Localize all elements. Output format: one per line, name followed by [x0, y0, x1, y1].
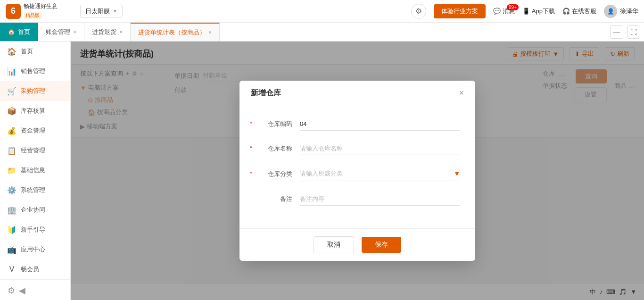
sidebar-item-enterprise[interactable]: 🏢 企业协同 [0, 200, 70, 220]
logo-area: 6 畅捷通好生意 精品版 [6, 3, 76, 19]
chevron-down-icon: ▼ [454, 170, 460, 177]
header-icons: ⚙ 体验行业方案 💬 消息 99+ 📱 App下载 🎧 在线客服 👤 徐泽华 [411, 4, 638, 19]
sidebar-expand-button[interactable]: ◀ [19, 285, 25, 296]
tab-minimize-button[interactable]: — [610, 25, 623, 39]
sidebar-label-system: 系统管理 [21, 186, 45, 194]
basic-info-icon: 📁 [8, 166, 16, 175]
code-input[interactable] [300, 117, 460, 131]
chevron-down-icon: ▼ [113, 8, 117, 14]
operations-icon: 📋 [8, 146, 16, 155]
close-icon[interactable]: × [459, 88, 464, 98]
category-placeholder: 请输入所属分类 [300, 169, 343, 178]
remark-label: 备注 [255, 195, 292, 203]
store-selector[interactable]: 日太阳膜 ▼ [80, 5, 123, 18]
header-right: 💬 消息 99+ 📱 App下载 🎧 在线客服 👤 徐泽华 [493, 5, 638, 18]
sidebar-item-basic-info[interactable]: 📁 基础信息 [0, 160, 70, 180]
guide-icon: 🔰 [8, 225, 16, 234]
close-icon[interactable]: × [73, 29, 76, 35]
system-icon: ⚙️ [8, 186, 16, 194]
tabbar: 🏠 首页 账套管理 × 进货退货 × 进货单统计表（按商品） × — ⛶ [0, 23, 644, 42]
sidebar-item-finance[interactable]: 💰 资金管理 [0, 121, 70, 141]
sidebar-item-operations[interactable]: 📋 经营管理 [0, 141, 70, 160]
sidebar-item-purchase[interactable]: 🛒 采购管理 [0, 81, 70, 101]
code-label: 仓库编码 [255, 120, 292, 128]
inventory-icon: 📦 [8, 107, 16, 115]
category-select[interactable]: 请输入所属分类 ▼ [300, 167, 460, 181]
user-avatar-area[interactable]: 👤 徐泽华 [604, 5, 638, 18]
tab-purchase-return[interactable]: 进货退货 × [84, 23, 131, 41]
tab-purchase-stats[interactable]: 进货单统计表（按商品） × [131, 23, 220, 41]
sidebar-label-finance: 资金管理 [21, 126, 45, 135]
cancel-button[interactable]: 取消 [314, 236, 354, 253]
sidebar-label-inventory: 库存核算 [21, 107, 45, 115]
sidebar: 🏠 首页 📊 销售管理 🛒 采购管理 📦 库存核算 💰 资金管理 📋 经营管理 … [0, 42, 71, 300]
sidebar-label-purchase: 采购管理 [21, 87, 45, 95]
content-area: 进货单统计(按商品) 🖨 按模板打印 ▼ ⬇ 导出 ↻ 刷新 [71, 42, 644, 300]
sidebar-item-sales[interactable]: 📊 销售管理 [0, 61, 70, 81]
tab-account-label: 账套管理 [46, 28, 70, 36]
notification-badge: 99+ [507, 4, 519, 10]
form-item-remark: 备注 [255, 192, 460, 206]
home-icon: 🏠 [8, 47, 16, 56]
tab-purchase-return-label: 进货退货 [92, 28, 116, 36]
form-item-name: 仓库名称 [255, 142, 460, 155]
sidebar-item-system[interactable]: ⚙️ 系统管理 [0, 180, 70, 200]
notification-button[interactable]: 💬 消息 99+ [493, 7, 515, 16]
tab-expand-button[interactable]: ⛶ [627, 25, 640, 39]
name-input[interactable] [300, 142, 460, 155]
form-item-code: 仓库编码 [255, 117, 460, 131]
message-icon: 💬 [493, 8, 501, 15]
top-header: 6 畅捷通好生意 精品版 日太阳膜 ▼ ⚙ 体验行业方案 💬 消息 99+ 📱 … [0, 0, 644, 23]
sidebar-item-home[interactable]: 🏠 首页 [0, 42, 70, 61]
sidebar-label-operations: 经营管理 [21, 146, 45, 155]
try-industry-button[interactable]: 体验行业方案 [434, 4, 486, 18]
sidebar-bottom: ⚙ ◀ [0, 279, 70, 300]
tab-home-label: 首页 [18, 28, 30, 36]
sidebar-label-enterprise: 企业协同 [21, 206, 45, 214]
save-button[interactable]: 保存 [362, 237, 401, 253]
enterprise-icon: 🏢 [8, 206, 16, 214]
tab-account-management[interactable]: 账套管理 × [38, 23, 84, 41]
modal-overlay: 新增仓库 × 仓库编码 仓库名称 仓库分类 [71, 42, 644, 300]
tab-home[interactable]: 🏠 首页 [0, 23, 38, 41]
purchase-icon: 🛒 [8, 87, 16, 95]
sidebar-label-home: 首页 [21, 47, 33, 56]
sidebar-item-vip[interactable]: V 畅会员 [0, 259, 70, 279]
modal-header: 新增仓库 × [239, 81, 475, 106]
app-download-button[interactable]: 📱 App下载 [522, 7, 555, 16]
mobile-icon: 📱 [522, 8, 530, 15]
online-service-button[interactable]: 🎧 在线客服 [562, 7, 596, 16]
sidebar-label-basic-info: 基础信息 [21, 166, 45, 175]
logo-text: 畅捷通好生意 [24, 3, 58, 10]
close-icon[interactable]: × [208, 29, 212, 36]
modal-new-warehouse: 新增仓库 × 仓库编码 仓库名称 仓库分类 [239, 81, 475, 261]
finance-icon: 💰 [8, 126, 16, 135]
apps-icon: 📺 [8, 245, 16, 254]
sidebar-settings-button[interactable]: ⚙ [8, 285, 15, 296]
store-name: 日太阳膜 [85, 7, 110, 16]
sidebar-label-apps: 应用中心 [21, 245, 45, 254]
sidebar-label-vip: 畅会员 [21, 265, 39, 274]
remark-input[interactable] [300, 192, 460, 206]
category-label: 仓库分类 [255, 170, 292, 178]
sidebar-item-inventory[interactable]: 📦 库存核算 [0, 101, 70, 121]
sidebar-item-guide[interactable]: 🔰 新手引导 [0, 220, 70, 240]
sidebar-label-sales: 销售管理 [21, 67, 45, 75]
form-item-category: 仓库分类 请输入所属分类 ▼ [255, 167, 460, 181]
modal-footer: 取消 保存 [239, 228, 475, 261]
modal-title: 新增仓库 [251, 88, 281, 98]
sidebar-item-apps[interactable]: 📺 应用中心 [0, 240, 70, 259]
name-label: 仓库名称 [255, 144, 292, 153]
main-layout: 🏠 首页 📊 销售管理 🛒 采购管理 📦 库存核算 💰 资金管理 📋 经营管理 … [0, 42, 644, 300]
tab-purchase-stats-label: 进货单统计表（按商品） [138, 28, 206, 37]
vip-icon: V [8, 265, 16, 274]
close-icon[interactable]: × [119, 29, 123, 35]
logo-badge: 精品版 [24, 12, 41, 19]
modal-body: 仓库编码 仓库名称 仓库分类 请输入所属分类 ▼ [239, 106, 475, 228]
gear-button[interactable]: ⚙ [411, 4, 426, 19]
username-label: 徐泽华 [620, 7, 638, 16]
headset-icon: 🎧 [562, 8, 570, 15]
avatar: 👤 [604, 5, 617, 18]
sidebar-label-guide: 新手引导 [21, 225, 45, 234]
logo-icon: 6 [6, 4, 21, 19]
